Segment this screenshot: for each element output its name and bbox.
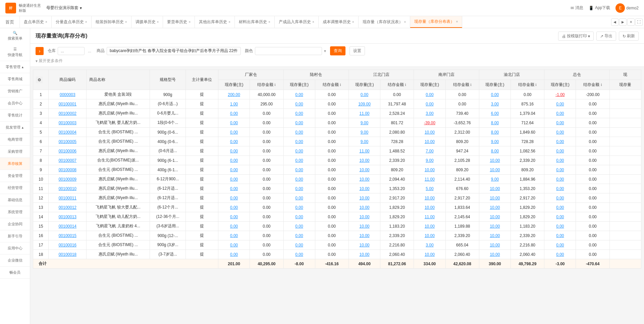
nav-expand-btn[interactable]: ⛶ <box>635 18 643 26</box>
code-link[interactable]: 00100006 <box>59 149 76 153</box>
warehouse-input[interactable] <box>58 47 85 55</box>
nav-home[interactable]: 首页 <box>0 16 20 28</box>
sidebar-item-retail-stats[interactable]: 零售统计 <box>0 109 30 122</box>
sidebar-item-app-center[interactable]: 应用中心 <box>0 242 30 254</box>
code-link[interactable]: 00100012 <box>59 205 76 210</box>
code-link[interactable]: 00100003 <box>59 121 76 125</box>
code-link[interactable]: 00100002 <box>59 111 76 116</box>
sidebar-item-system[interactable]: 系统管理 <box>0 206 30 218</box>
expand-conditions-btn[interactable]: ▾ 展开更多条件 <box>36 58 63 64</box>
code-link[interactable]: 00100005 <box>59 139 76 144</box>
code-link[interactable]: 00100010 <box>59 186 76 191</box>
cell-name: 爱他美 盒装3段 <box>87 90 150 99</box>
tab-transfer-history[interactable]: 调拨单历史 × <box>131 16 163 28</box>
cell-num: 3 <box>33 109 49 118</box>
close-icon[interactable]: × <box>352 20 354 24</box>
sidebar-item-retail-mgmt[interactable]: 零售管理 ▲ <box>0 61 30 73</box>
close-icon[interactable]: × <box>404 20 406 24</box>
tab-stock-status[interactable]: 现存量（库存状况表） × <box>359 16 411 28</box>
code-link[interactable]: 0000003 <box>60 92 75 97</box>
code-link[interactable]: 00100001 <box>59 102 76 106</box>
close-icon[interactable]: × <box>312 20 314 24</box>
tab-assembly-history[interactable]: 组装拆卸单历史 × <box>92 16 131 28</box>
info-icon[interactable]: ℹ <box>405 83 406 87</box>
cell-f-amt: 0.00 <box>250 193 283 203</box>
nav-next-btn[interactable]: ▶ <box>619 18 627 26</box>
info-icon[interactable]: ℹ <box>601 83 602 87</box>
code-link[interactable]: 00100011 <box>59 196 76 200</box>
sidebar-label: 会员中心 <box>8 101 22 106</box>
filter-collapse-btn[interactable]: › <box>36 47 44 55</box>
export-btn[interactable]: ↗ 导出 <box>596 32 616 41</box>
info-icon[interactable]: ℹ <box>340 83 341 87</box>
refresh-btn[interactable]: ↻ 刷新 <box>619 32 639 41</box>
sidebar-item-guide[interactable]: 新手引导 <box>0 230 30 242</box>
sidebar-item-nav[interactable]: ☰ 快捷导航 <box>0 44 30 61</box>
close-icon[interactable]: × <box>189 20 191 24</box>
sidebar-item-member-app[interactable]: 畅会员 <box>0 267 30 279</box>
nav-prev-btn[interactable]: ◀ <box>611 18 619 26</box>
org-selector[interactable]: 母婴行业演示陈套 ▾ <box>46 5 82 11</box>
cell-yb-qty: 9.00 <box>479 137 511 146</box>
tab-other-out[interactable]: 其他出库单历史 × <box>195 16 235 28</box>
code-link[interactable]: 00100014 <box>59 224 76 229</box>
code-link[interactable]: 00100009 <box>59 177 76 182</box>
product-input[interactable] <box>107 47 241 55</box>
sidebar-item-operations[interactable]: 经营管理 <box>0 182 30 194</box>
sidebar-item-basic-info[interactable]: 基础信息 <box>0 194 30 206</box>
code-link[interactable]: 00100013 <box>59 215 76 219</box>
tab-material-out[interactable]: 材料出库单历史 × <box>235 16 275 28</box>
close-icon[interactable]: × <box>45 20 47 24</box>
info-icon[interactable]: ℹ <box>274 83 276 87</box>
close-icon[interactable]: × <box>157 20 159 24</box>
cell-f-qty: 0.00 <box>218 156 250 165</box>
warehouse-ellipsis[interactable]: ... <box>87 49 93 53</box>
color-input[interactable] <box>255 47 322 55</box>
close-icon[interactable]: × <box>456 20 458 24</box>
sidebar-item-marketing[interactable]: 营销推广 <box>0 85 30 97</box>
user-menu[interactable]: E demo2 <box>615 3 639 13</box>
app-download-btn[interactable]: 📱 App下载 <box>589 5 610 11</box>
tab-order-history[interactable]: 要货单历史 × <box>163 16 195 28</box>
sidebar-item-enterprise[interactable]: 企业协同 <box>0 218 30 230</box>
sidebar-item-finance[interactable]: 资金管理 <box>0 170 30 182</box>
sidebar-item-ecommerce[interactable]: 电商管理 <box>0 134 30 146</box>
cell-num: 15 <box>33 222 49 231</box>
sidebar-item-wholesale[interactable]: 批发管理 ▲ <box>0 122 30 134</box>
tab-stock-dist[interactable]: 现存量（库存分布表） × <box>410 16 462 28</box>
sidebar-item-purchase[interactable]: 采购管理 <box>0 146 30 158</box>
table-container[interactable]: ⚙ 商品编码 商品名称 规格型号 主计量单位 厂家仓 陆村仓 江北门店 南岸门店… <box>30 67 644 324</box>
settings-btn[interactable]: 设置 <box>350 46 365 55</box>
code-link[interactable]: 00100016 <box>59 243 76 247</box>
page-header: 现存量查询(库存分布) 🖨 按模版打印 ▾ ↗ 导出 ↻ 刷新 <box>30 28 644 44</box>
sidebar-item-search[interactable]: 🔍 搜索英单 <box>0 28 30 44</box>
tab-product-in[interactable]: 产成品入库单历史 × <box>275 16 319 28</box>
cell-total-amt: 0.00 <box>576 212 609 222</box>
sidebar-item-retail-mall[interactable]: 零售商城 <box>0 73 30 85</box>
close-icon[interactable]: × <box>268 20 270 24</box>
code-link[interactable]: 00100008 <box>59 168 76 172</box>
code-link[interactable]: 00100004 <box>59 130 76 135</box>
code-link[interactable]: 00100007 <box>59 158 76 163</box>
nav-close-btn[interactable]: ✕ <box>627 18 635 26</box>
tab-score-history[interactable]: 分量盘点单历史 × <box>52 16 92 28</box>
info-icon[interactable]: ℹ <box>535 83 537 87</box>
sidebar-item-inventory[interactable]: 库存核算 <box>0 158 30 170</box>
sidebar-label: 应用中心 <box>8 246 22 251</box>
search-btn[interactable]: 查询 <box>330 46 345 55</box>
print-btn[interactable]: 🖨 按模版打印 ▾ <box>558 32 594 41</box>
sidebar-item-member[interactable]: 会员中心 <box>0 97 30 109</box>
tab-cost-adjust[interactable]: 成本调整单历史 × <box>319 16 359 28</box>
sidebar-item-wechat[interactable]: 企业微信 <box>0 254 30 267</box>
message-btn[interactable]: ✉ 消息 <box>571 5 583 11</box>
tab-disk-history[interactable]: 盘点单历史 × <box>20 16 52 28</box>
col-settings-icon[interactable]: ⚙ <box>36 77 43 83</box>
code-link[interactable]: 00100018 <box>59 252 76 257</box>
close-icon[interactable]: × <box>125 20 127 24</box>
cell-yb-qty: 10.00 <box>479 203 511 212</box>
color-label: 颜色 <box>245 48 253 54</box>
info-icon[interactable]: ℹ <box>470 83 472 87</box>
close-icon[interactable]: × <box>85 20 87 24</box>
code-link[interactable]: 00100015 <box>59 233 76 238</box>
close-icon[interactable]: × <box>228 20 230 24</box>
